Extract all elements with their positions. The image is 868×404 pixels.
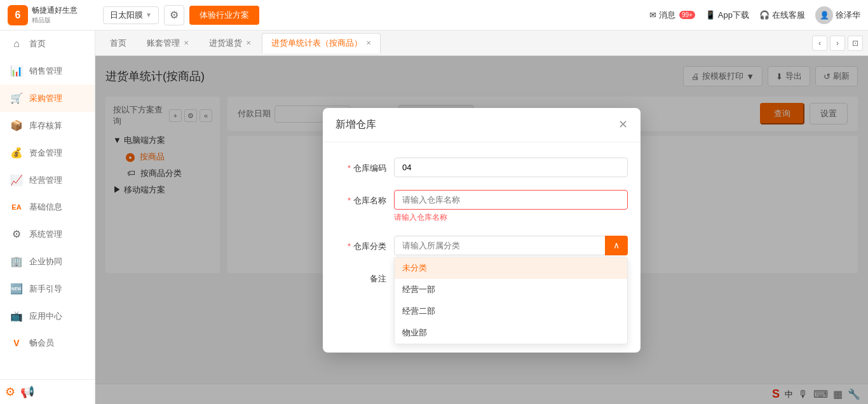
tab-purchase-return[interactable]: 进货退货 ✕ bbox=[200, 33, 261, 53]
online-service-label: 在线客服 bbox=[772, 10, 805, 21]
sidebar-item-home[interactable]: ⌂ 首页 bbox=[0, 30, 95, 57]
operation-icon: 📈 bbox=[10, 174, 23, 186]
sidebar-item-purchase[interactable]: 🛒 采购管理 bbox=[0, 84, 95, 112]
phone-icon: 📱 bbox=[705, 10, 715, 20]
sidebar-item-enterprise[interactable]: 🏢 企业协同 bbox=[0, 248, 95, 275]
name-input[interactable] bbox=[394, 190, 628, 210]
code-label: 仓库编码 bbox=[336, 158, 386, 174]
store-name: 日太阳膜 bbox=[110, 10, 143, 21]
sidebar-label-guide: 新手引导 bbox=[29, 283, 62, 295]
form-row-category: 仓库分类 ∧ 未分类 bbox=[336, 236, 628, 255]
sidebar-label-home: 首页 bbox=[29, 38, 46, 50]
category-label: 仓库分类 bbox=[336, 236, 386, 252]
sidebar-label-finance: 资金管理 bbox=[29, 147, 62, 159]
category-input-wrap: ∧ 未分类 经营一部 经营二部 物业部 bbox=[394, 236, 628, 255]
tab-ledger-label: 账套管理 bbox=[147, 37, 180, 49]
top-bar: 6 畅捷通好生意 精品版 日太阳膜 ▼ ⚙ 体验行业方案 ✉ 消息 99+ 📱 … bbox=[0, 0, 868, 30]
message-icon: ✉ bbox=[649, 10, 656, 20]
tab-more-btn[interactable]: ⊡ bbox=[848, 36, 863, 51]
sidebar-item-basic[interactable]: EA 基础信息 bbox=[0, 194, 95, 220]
sidebar-label-purchase: 采购管理 bbox=[29, 93, 62, 104]
content-area: 首页 账套管理 ✕ 进货退货 ✕ 进货单统计表（按商品） ✕ ‹ › ⊡ bbox=[95, 30, 868, 404]
name-error-msg: 请输入仓库名称 bbox=[394, 212, 628, 223]
tab-actions: ‹ › ⊡ bbox=[812, 36, 863, 51]
code-input-wrap bbox=[394, 158, 628, 177]
tab-prev-btn[interactable]: ‹ bbox=[812, 36, 827, 51]
username-label: 徐泽华 bbox=[836, 10, 860, 21]
enterprise-icon: 🏢 bbox=[10, 255, 23, 267]
sidebar-item-sales[interactable]: 📊 销售管理 bbox=[0, 57, 95, 84]
member-icon: V bbox=[10, 338, 23, 348]
tab-home[interactable]: 首页 bbox=[100, 33, 136, 53]
category-select-wrap: ∧ bbox=[394, 236, 628, 255]
appcenter-icon: 📺 bbox=[10, 310, 23, 322]
basic-icon: EA bbox=[10, 203, 23, 211]
home-icon: ⌂ bbox=[10, 38, 23, 50]
sidebar-label-enterprise: 企业协同 bbox=[29, 256, 62, 267]
form-row-code: 仓库编码 bbox=[336, 158, 628, 177]
tab-bar: 首页 账套管理 ✕ 进货退货 ✕ 进货单统计表（按商品） ✕ ‹ › ⊡ bbox=[95, 30, 868, 56]
sidebar-speaker-icon[interactable]: 📢 bbox=[20, 385, 34, 399]
sidebar-label-system: 系统管理 bbox=[29, 229, 62, 240]
tab-purchase-stats-close-icon[interactable]: ✕ bbox=[366, 39, 371, 46]
trial-button[interactable]: 体验行业方案 bbox=[189, 6, 259, 25]
code-input[interactable] bbox=[394, 158, 628, 177]
inventory-icon: 📦 bbox=[10, 119, 23, 131]
message-btn[interactable]: ✉ 消息 99+ bbox=[649, 10, 695, 21]
settings-button[interactable]: ⚙ bbox=[164, 5, 184, 25]
dialog-body: 仓库编码 仓库名称 请输入仓库名称 bbox=[323, 142, 641, 311]
system-icon: ⚙ bbox=[10, 228, 23, 240]
brand-name: 畅捷通好生意 bbox=[32, 5, 78, 16]
tab-purchase-return-label: 进货退货 bbox=[209, 37, 242, 49]
sidebar-item-finance[interactable]: 💰 资金管理 bbox=[0, 139, 95, 166]
tab-home-label: 首页 bbox=[110, 37, 126, 49]
dialog-title: 新增仓库 bbox=[336, 118, 376, 131]
finance-icon: 💰 bbox=[10, 147, 23, 159]
tab-purchase-return-close-icon[interactable]: ✕ bbox=[246, 39, 251, 46]
guide-icon: 🆕 bbox=[10, 283, 23, 295]
sidebar-item-member[interactable]: V 畅会员 bbox=[0, 330, 95, 356]
app-download-btn[interactable]: 📱 App下载 bbox=[705, 10, 749, 21]
sidebar-label-appcenter: 应用中心 bbox=[29, 311, 62, 322]
sidebar-item-operation[interactable]: 📈 经营管理 bbox=[0, 166, 95, 194]
sidebar-bottom: ⚙ 📢 bbox=[0, 379, 95, 404]
dialog-close-button[interactable]: ✕ bbox=[618, 119, 628, 130]
sidebar-label-member: 畅会员 bbox=[29, 337, 54, 349]
dropdown-item-op3[interactable]: 物业部 bbox=[395, 322, 627, 344]
sidebar-label-sales: 销售管理 bbox=[29, 65, 62, 77]
category-dropdown-list: 未分类 经营一部 经营二部 物业部 bbox=[394, 257, 628, 344]
brand-sub: 精品版 bbox=[32, 16, 78, 25]
sales-icon: 📊 bbox=[10, 65, 23, 77]
purchase-icon: 🛒 bbox=[10, 92, 23, 104]
sidebar-item-inventory[interactable]: 📦 库存核算 bbox=[0, 112, 95, 139]
store-selector[interactable]: 日太阳膜 ▼ bbox=[103, 6, 159, 24]
tab-ledger-close-icon[interactable]: ✕ bbox=[184, 39, 189, 46]
gear-icon: ⚙ bbox=[170, 9, 179, 21]
tab-purchase-stats[interactable]: 进货单统计表（按商品） ✕ bbox=[262, 33, 381, 53]
online-service-btn[interactable]: 🎧 在线客服 bbox=[759, 10, 805, 21]
dropdown-item-none[interactable]: 未分类 bbox=[395, 257, 627, 279]
sidebar-label-basic: 基础信息 bbox=[29, 201, 62, 213]
category-dropdown-btn[interactable]: ∧ bbox=[605, 236, 628, 255]
headset-icon: 🎧 bbox=[759, 10, 770, 20]
form-row-name: 仓库名称 请输入仓库名称 bbox=[336, 190, 628, 223]
sidebar-item-appcenter[interactable]: 📺 应用中心 bbox=[0, 302, 95, 330]
sidebar: ⌂ 首页 📊 销售管理 🛒 采购管理 📦 库存核算 💰 资金管理 📈 经营管理 … bbox=[0, 30, 95, 404]
chevron-up-icon: ∧ bbox=[613, 240, 620, 250]
app-download-label: App下载 bbox=[718, 10, 749, 21]
user-info[interactable]: 👤 徐泽华 bbox=[815, 6, 860, 24]
name-input-wrap: 请输入仓库名称 bbox=[394, 190, 628, 223]
main-layout: ⌂ 首页 📊 销售管理 🛒 采购管理 📦 库存核算 💰 资金管理 📈 经营管理 … bbox=[0, 30, 868, 404]
dropdown-item-op1[interactable]: 经营一部 bbox=[395, 279, 627, 300]
user-avatar: 👤 bbox=[815, 6, 833, 24]
sidebar-item-system[interactable]: ⚙ 系统管理 bbox=[0, 220, 95, 248]
tab-next-btn[interactable]: › bbox=[830, 36, 845, 51]
top-center: 日太阳膜 ▼ ⚙ 体验行业方案 bbox=[103, 5, 649, 25]
tab-ledger[interactable]: 账套管理 ✕ bbox=[137, 33, 198, 53]
category-input[interactable] bbox=[394, 236, 628, 255]
sidebar-settings-icon[interactable]: ⚙ bbox=[5, 385, 15, 399]
dropdown-item-op2[interactable]: 经营二部 bbox=[395, 300, 627, 322]
sidebar-item-guide[interactable]: 🆕 新手引导 bbox=[0, 275, 95, 302]
name-label: 仓库名称 bbox=[336, 190, 386, 206]
modal-overlay[interactable]: 新增仓库 ✕ 仓库编码 仓库名称 bbox=[95, 56, 868, 404]
